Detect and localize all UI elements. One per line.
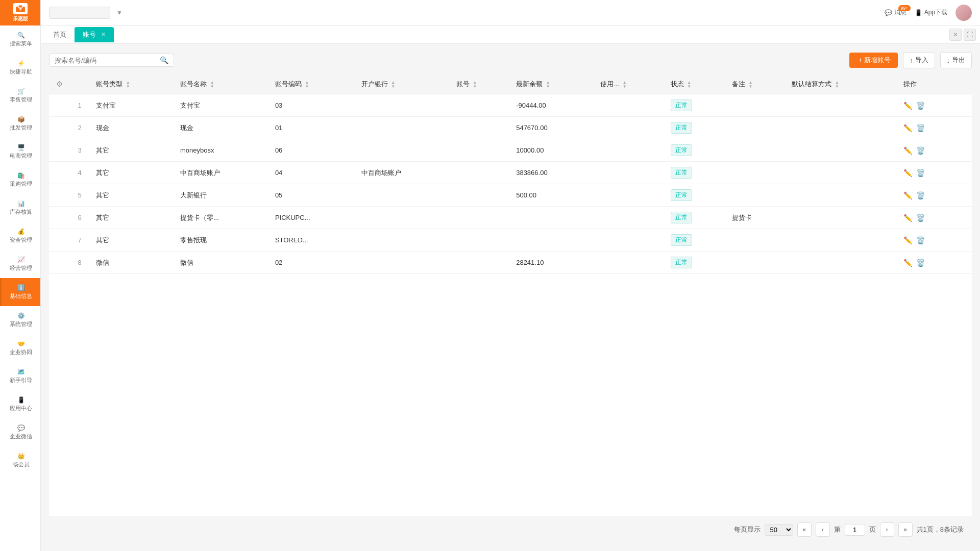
table-row: 4 其它 中百商场账户 04 中百商场账户 383866.00 正常 ✏️ 🗑️ (49, 162, 972, 184)
th-settings: ⚙ (49, 74, 69, 94)
edit-button[interactable]: ✏️ (903, 214, 912, 222)
header-dropdown-arrow[interactable]: ▼ (116, 9, 122, 16)
sidebar-item-operation-mgmt[interactable]: 📈 经营管理 (0, 250, 40, 278)
sidebar-item-vip-member[interactable]: 👑 畅会员 (0, 446, 40, 474)
th-remark[interactable]: 备注 ▲▼ (726, 74, 786, 94)
cell-status: 正常 (665, 162, 726, 184)
sidebar-item-system-mgmt[interactable]: ⚙️ 系统管理 (0, 306, 40, 334)
sidebar-item-ecommerce-mgmt[interactable]: 🖥️ 电商管理 (0, 138, 40, 166)
next-page-button[interactable]: › (880, 522, 894, 537)
cell-settings (49, 207, 69, 229)
delete-button[interactable]: 🗑️ (916, 236, 925, 244)
sidebar-item-app-label: 应用中心 (4, 405, 38, 412)
tab-maximize-button[interactable]: ⛶ (964, 29, 976, 41)
status-badge: 正常 (671, 234, 692, 246)
sidebar-item-quick-nav[interactable]: ⚡ 快捷导航 (0, 54, 40, 82)
search-icon[interactable]: 🔍 (160, 56, 168, 64)
user-avatar[interactable] (955, 5, 972, 21)
tab-bar: 首页 账号 ✕ ✕ ⛶ (41, 26, 980, 44)
page-number-input[interactable] (845, 524, 865, 536)
th-bank[interactable]: 开户银行 ▲▼ (355, 74, 450, 94)
sidebar-item-enterprise-wechat[interactable]: 💬 企业微信 (0, 418, 40, 446)
page-size-select[interactable]: 50 20 100 (765, 524, 793, 536)
delete-button[interactable]: 🗑️ (916, 259, 925, 267)
cell-default-settlement (786, 162, 897, 184)
global-search-input[interactable] (49, 7, 110, 19)
th-account-type[interactable]: 账号类型 ▲▼ (90, 74, 174, 94)
th-account-code[interactable]: 账号编码 ▲▼ (269, 74, 355, 94)
cell-status: 正常 (665, 252, 726, 274)
th-usage[interactable]: 使用... ▲▼ (594, 74, 664, 94)
wholesale-icon: 📦 (4, 116, 38, 123)
svg-rect-1 (18, 5, 22, 8)
cell-account (450, 252, 510, 274)
first-page-button[interactable]: « (797, 522, 812, 537)
cell-account (450, 207, 510, 229)
edit-button[interactable]: ✏️ (903, 169, 912, 177)
sidebar-item-retail-mgmt[interactable]: 🛒 零售管理 (0, 82, 40, 110)
delete-button[interactable]: 🗑️ (916, 214, 925, 222)
edit-button[interactable]: ✏️ (903, 124, 912, 132)
delete-button[interactable]: 🗑️ (916, 146, 925, 155)
sidebar-item-inventory[interactable]: 📊 库存核算 (0, 194, 40, 222)
column-settings-icon[interactable]: ⚙ (56, 80, 63, 88)
prev-page-button[interactable]: ‹ (816, 522, 830, 537)
th-default-settlement[interactable]: 默认结算方式 ▲▼ (786, 74, 897, 94)
export-button[interactable]: ↓ 导出 (940, 52, 972, 68)
delete-button[interactable]: 🗑️ (916, 124, 925, 132)
delete-button[interactable]: 🗑️ (916, 102, 925, 110)
sidebar-item-search-menu[interactable]: 🔍 搜索菜单 (0, 26, 40, 54)
edit-button[interactable]: ✏️ (903, 102, 912, 110)
cell-latest-balance: 28241.10 (510, 252, 594, 274)
app-download-button[interactable]: 📱 App下载 (915, 8, 947, 17)
cell-latest-balance (510, 207, 594, 229)
th-status[interactable]: 状态 ▲▼ (665, 74, 726, 94)
edit-button[interactable]: ✏️ (903, 146, 912, 155)
sidebar-item-app-center[interactable]: 📱 应用中心 (0, 390, 40, 418)
tab-close-all-button[interactable]: ✕ (949, 29, 962, 41)
th-account[interactable]: 账号 ▲▼ (450, 74, 510, 94)
cell-bank (355, 207, 450, 229)
cell-account-type: 现金 (90, 117, 174, 139)
cell-remark (726, 252, 786, 274)
tab-close-icon[interactable]: ✕ (101, 31, 106, 38)
sidebar-item-purchase-mgmt[interactable]: 🛍️ 采购管理 (0, 166, 40, 194)
import-button[interactable]: ↑ 导入 (903, 52, 935, 68)
delete-button[interactable]: 🗑️ (916, 169, 925, 177)
last-page-button[interactable]: » (898, 522, 913, 537)
table-row: 8 微信 微信 02 28241.10 正常 ✏️ 🗑️ (49, 252, 972, 274)
per-page-label: 每页显示 (734, 525, 761, 534)
sidebar-item-capital-mgmt[interactable]: 💰 资金管理 (0, 222, 40, 250)
table-row: 2 现金 现金 01 547670.00 正常 ✏️ 🗑️ (49, 117, 972, 139)
search-input[interactable] (55, 57, 157, 64)
cell-account (450, 162, 510, 184)
th-account-name[interactable]: 账号名称 ▲▼ (174, 74, 269, 94)
cell-status: 正常 (665, 184, 726, 207)
cell-default-settlement (786, 207, 897, 229)
app-center-icon: 📱 (4, 396, 38, 404)
cell-settings (49, 229, 69, 252)
sidebar-item-new-guide[interactable]: 🗺️ 新手引导 (0, 362, 40, 390)
edit-button[interactable]: ✏️ (903, 259, 912, 267)
cell-account-type: 其它 (90, 229, 174, 252)
sidebar-item-enterprise-label: 企业协同 (4, 348, 38, 356)
delete-button[interactable]: 🗑️ (916, 191, 925, 199)
edit-button[interactable]: ✏️ (903, 191, 912, 199)
th-latest-balance[interactable]: 最新余额 ▲▼ (510, 74, 594, 94)
edit-button[interactable]: ✏️ (903, 236, 912, 244)
app-sub-name: 乐惠版 (13, 15, 28, 22)
cell-settings (49, 139, 69, 162)
status-badge: 正常 (671, 122, 692, 134)
tab-home[interactable]: 首页 (45, 27, 75, 42)
sidebar-item-basic-info[interactable]: ℹ️ 基础信息 (0, 278, 40, 306)
toolbar-right: + 新增账号 ↑ 导入 ↓ 导出 (849, 52, 972, 68)
sidebar: 乐惠版 🔍 搜索菜单 ⚡ 快捷导航 🛒 零售管理 📦 批发管理 🖥️ 电商管理 … (0, 0, 41, 551)
sidebar-item-enterprise-agreement[interactable]: 🤝 企业协同 (0, 334, 40, 362)
cell-latest-balance (510, 229, 594, 252)
cell-account (450, 229, 510, 252)
tab-accounts[interactable]: 账号 ✕ (75, 27, 114, 42)
sidebar-item-wholesale-mgmt[interactable]: 📦 批发管理 (0, 110, 40, 138)
add-account-button[interactable]: + 新增账号 (849, 53, 898, 68)
message-button[interactable]: 💬 消息 99+ (885, 8, 906, 17)
cell-bank: 中百商场账户 (355, 162, 450, 184)
